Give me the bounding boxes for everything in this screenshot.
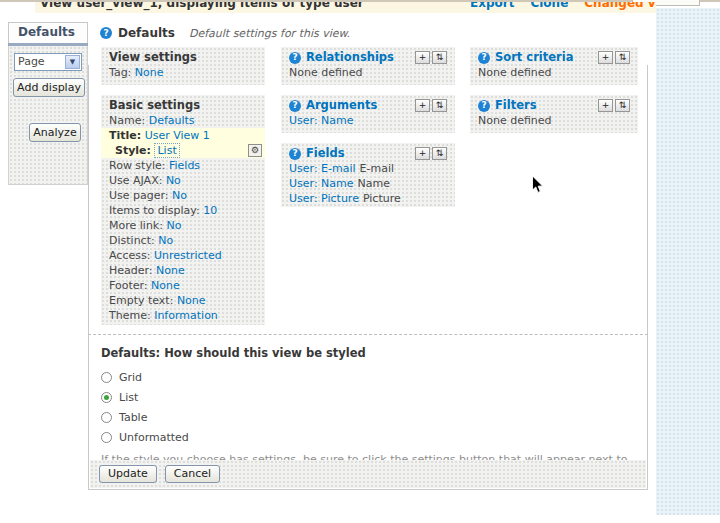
setting-row-title: Title: User View 1 (101, 128, 265, 143)
arguments-title-link[interactable]: Arguments (306, 98, 377, 113)
panel-arguments: ? Arguments + ⇅ User: Name (281, 95, 455, 133)
setting-value-link[interactable]: Unrestricted (154, 249, 222, 262)
setting-value-link[interactable]: None (151, 279, 180, 292)
argument-item: User: Name (289, 113, 447, 128)
setting-value-link[interactable]: None (177, 294, 206, 307)
panel-view-settings: View settings Tag: None (101, 47, 265, 85)
plus-icon: + (602, 50, 610, 65)
defaults-header: ? Defaults Default settings for this vie… (100, 25, 350, 41)
argument-link[interactable]: User: Name (289, 114, 354, 127)
tab-defaults[interactable]: Defaults (8, 22, 88, 43)
help-icon[interactable]: ? (289, 148, 301, 160)
plus-icon: + (419, 50, 427, 65)
add-button[interactable]: + (598, 51, 613, 64)
radio-button[interactable] (101, 412, 112, 423)
display-type-value: Page (18, 55, 45, 68)
setting-value-link[interactable]: 10 (203, 204, 217, 217)
radio-option-grid[interactable]: Grid (101, 371, 635, 384)
setting-row-rowstyle: Row style: Fields (101, 158, 265, 173)
analyze-button[interactable]: Analyze (29, 123, 81, 142)
help-icon[interactable]: ? (478, 100, 490, 112)
add-button[interactable]: + (598, 99, 613, 112)
relationships-title-link[interactable]: Relationships (306, 50, 394, 65)
field-label: E-mail (360, 162, 395, 175)
updown-icon: ⇅ (619, 50, 627, 65)
setting-value-link[interactable]: No (172, 189, 187, 202)
field-item: User: NameName (289, 176, 447, 191)
updown-icon: ⇅ (436, 146, 444, 161)
plus-icon: + (602, 98, 610, 113)
updown-icon: ⇅ (436, 50, 444, 65)
export-link[interactable]: Export (470, 2, 514, 10)
rearrange-button[interactable]: ⇅ (432, 99, 447, 112)
rearrange-button[interactable]: ⇅ (615, 51, 630, 64)
setting-row-pager: Use pager: No (101, 188, 265, 203)
filters-title-link[interactable]: Filters (495, 98, 537, 113)
cancel-button[interactable]: Cancel (165, 465, 220, 483)
radio-option-list[interactable]: List (101, 391, 635, 404)
setting-row-header: Header: None (101, 263, 265, 278)
field-link[interactable]: User: Name (289, 177, 354, 190)
radio-option-unformatted[interactable]: Unformatted (101, 431, 635, 444)
rearrange-button[interactable]: ⇅ (615, 99, 630, 112)
radio-label[interactable]: Unformatted (119, 431, 189, 444)
help-icon[interactable]: ? (100, 27, 112, 39)
setting-row-ajax: Use AJAX: No (101, 173, 265, 188)
style-form: Defaults: How should this view be styled… (88, 334, 648, 490)
style-settings-button[interactable]: ⚙ (248, 144, 262, 157)
panel-title: View settings (109, 50, 257, 65)
setting-value-link[interactable]: None (156, 264, 185, 277)
empty-text: None defined (289, 65, 447, 80)
tag-value-link[interactable]: None (135, 66, 164, 79)
setting-row-distinct: Distinct: No (101, 233, 265, 248)
setting-value-link[interactable]: List (154, 143, 179, 158)
setting-value-link[interactable]: No (166, 174, 181, 187)
radio-label[interactable]: Table (119, 411, 147, 424)
rearrange-button[interactable]: ⇅ (432, 51, 447, 64)
rearrange-button[interactable]: ⇅ (432, 147, 447, 160)
setting-row-access: Access: Unrestricted (101, 248, 265, 263)
updown-icon: ⇅ (619, 98, 627, 113)
fields-title-link[interactable]: Fields (306, 146, 345, 161)
radio-label[interactable]: List (119, 391, 138, 404)
radio-label[interactable]: Grid (119, 371, 142, 384)
setting-row-items: Items to display: 10 (101, 203, 265, 218)
add-button[interactable]: + (415, 99, 430, 112)
setting-value-link[interactable]: Fields (169, 159, 200, 172)
add-button[interactable]: + (415, 147, 430, 160)
radio-button[interactable] (101, 372, 112, 383)
field-link[interactable]: User: E-mail (289, 162, 356, 175)
setting-row-name: Name: Defaults (101, 113, 265, 128)
clone-link[interactable]: Clone (530, 2, 568, 10)
setting-value-link[interactable]: No (158, 234, 173, 247)
help-icon[interactable]: ? (289, 100, 301, 112)
panel-title: Basic settings (109, 98, 257, 113)
setting-value-link[interactable]: Defaults (149, 114, 195, 127)
add-display-button[interactable]: Add display (13, 78, 85, 97)
updown-icon: ⇅ (436, 98, 444, 113)
panel-relationships: ? Relationships + ⇅ None defined (281, 47, 455, 85)
field-link[interactable]: User: Picture (289, 192, 359, 205)
page-title: Defaults (118, 26, 175, 40)
display-sidebar: Page ▼ Add display Analyze (8, 46, 88, 185)
plus-icon: + (419, 98, 427, 113)
help-icon[interactable]: ? (289, 52, 301, 64)
display-type-select[interactable]: Page ▼ (14, 53, 82, 71)
view-info-bar: View user_view_1, displaying items of ty… (35, 2, 656, 13)
style-form-title: Defaults: How should this view be styled (101, 346, 635, 360)
setting-value-link[interactable]: Information (154, 309, 218, 322)
setting-value-link[interactable]: No (166, 219, 181, 232)
setting-row-theme: Theme: Information (101, 308, 265, 323)
field-item: User: E-mailE-mail (289, 161, 447, 176)
setting-row-style: Style: List ⚙ (101, 143, 265, 158)
update-button[interactable]: Update (99, 465, 157, 483)
radio-button[interactable] (101, 392, 112, 403)
radio-option-table[interactable]: Table (101, 411, 635, 424)
setting-row-empty: Empty text: None (101, 293, 265, 308)
setting-value-link[interactable]: User View 1 (145, 129, 210, 142)
sort-criteria-title-link[interactable]: Sort criteria (495, 50, 573, 65)
help-icon[interactable]: ? (478, 52, 490, 64)
changed-view-badge: Changed view (584, 2, 656, 10)
radio-button[interactable] (101, 432, 112, 443)
setting-row-footer: Footer: None (101, 278, 265, 293)
